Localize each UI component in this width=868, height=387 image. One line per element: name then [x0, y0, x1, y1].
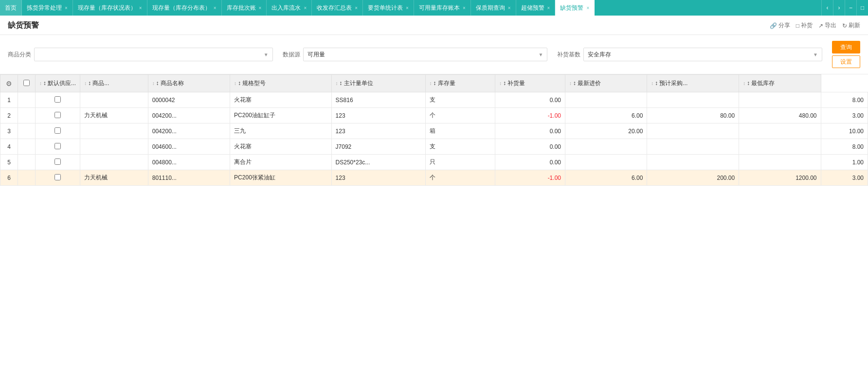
row-name: 离合片: [230, 155, 331, 170]
tab-next-btn[interactable]: ›: [833, 0, 845, 16]
col-replenish[interactable]: ↕ 补货量: [495, 75, 565, 92]
page-header: 缺货预警 🔗 分享 □ 补货 ↗ 导出 ↻ 刷新: [0, 16, 868, 35]
row-checkbox[interactable]: [54, 174, 61, 180]
col-name[interactable]: ↕ 商品名称: [148, 75, 230, 92]
row-number: 5: [0, 155, 18, 170]
row-unit: 箱: [425, 123, 495, 139]
row-spec: 123: [331, 170, 425, 186]
tab-home[interactable]: 首页: [0, 0, 22, 16]
row-checkbox[interactable]: [54, 127, 61, 134]
row-name: PC200油缸缸子: [230, 108, 331, 123]
tab-stock1-close[interactable]: ×: [139, 5, 142, 11]
filter-category-group: 商品分类 ▼: [8, 48, 273, 61]
row-latest-price: [647, 155, 739, 170]
col-est-purchase[interactable]: ↕ 预计采购...: [647, 75, 739, 92]
col-min-stock[interactable]: ↕ 最低库存: [739, 75, 821, 92]
query-button[interactable]: 查询: [832, 41, 860, 53]
tab-available-label: 可用量库存账本: [419, 4, 460, 12]
share-button[interactable]: 🔗 分享: [770, 21, 790, 30]
share-icon: 🔗: [770, 22, 777, 29]
tab-stock2-close[interactable]: ×: [214, 5, 217, 11]
tab-summary-close[interactable]: ×: [355, 5, 358, 11]
table-row: 2 力天机械 004200... PC200油缸缸子 123 个 -1.00 6…: [0, 108, 868, 123]
tab-picking[interactable]: 拣货异常处理 ×: [22, 0, 73, 16]
row-stock: -1.00: [495, 108, 565, 123]
filter-datasource-arrow: ▼: [538, 52, 543, 57]
row-latest-price: [647, 123, 739, 139]
replenish-button[interactable]: □ 补货: [796, 21, 813, 30]
row-unit: 个: [425, 170, 495, 186]
row-unit: 个: [425, 108, 495, 123]
row-est-purchase: 1200.00: [739, 170, 821, 186]
row-checkbox[interactable]: [54, 96, 61, 103]
row-gear: [18, 92, 36, 108]
tab-stock1-label: 现存量（库存状况表）: [78, 4, 136, 12]
table-row: 3 004200... 三九 123 箱 0.00 20.00 10.00: [0, 123, 868, 139]
tab-maximize-btn[interactable]: □: [856, 0, 868, 16]
row-code: 004200...: [148, 108, 230, 123]
settings-gear-icon[interactable]: ⚙: [6, 80, 12, 88]
tab-picking-label: 拣货异常处理: [27, 4, 62, 12]
row-stock: 0.00: [495, 92, 565, 108]
tab-prev-btn[interactable]: ‹: [821, 0, 833, 16]
row-supplier: [80, 123, 148, 139]
filter-area: 商品分类 ▼ 数据源 可用量 ▼ 补货基数 安全库存 ▼ 查询 设置: [0, 35, 868, 74]
filter-datasource-select[interactable]: 可用量 ▼: [303, 48, 548, 61]
tab-stock1[interactable]: 现存量（库存状况表） ×: [73, 0, 147, 16]
tab-available-close[interactable]: ×: [463, 5, 466, 11]
row-checkbox[interactable]: [54, 143, 61, 149]
col-code[interactable]: ↕ 商品...: [80, 75, 148, 92]
tab-flow[interactable]: 出入库流水 ×: [267, 0, 312, 16]
row-checkbox[interactable]: [54, 112, 61, 118]
tab-order[interactable]: 要货单统计表 ×: [363, 0, 414, 16]
row-spec: J7092: [331, 139, 425, 155]
tab-minimize-btn[interactable]: −: [845, 0, 856, 16]
row-number: 4: [0, 139, 18, 155]
data-table: ⚙ ↕ 默认供应... ↕ 商品... ↕ 商品名称 ↕ 规格型号 ↕ 主计量单…: [0, 74, 868, 186]
main-content: 缺货预警 🔗 分享 □ 补货 ↗ 导出 ↻ 刷新 商品分类: [0, 16, 868, 387]
refresh-icon: ↻: [842, 22, 847, 29]
tab-available[interactable]: 可用量库存账本 ×: [414, 0, 471, 16]
tab-batch-close[interactable]: ×: [259, 5, 262, 11]
col-supplier[interactable]: ↕ 默认供应...: [36, 75, 80, 92]
select-all-checkbox[interactable]: [23, 80, 30, 86]
row-name: 三九: [230, 123, 331, 139]
tab-batch[interactable]: 库存批次账 ×: [222, 0, 267, 16]
export-button[interactable]: ↗ 导出: [818, 21, 836, 30]
filter-category-select[interactable]: ▼: [34, 48, 273, 61]
row-replenish: 20.00: [565, 123, 647, 139]
tab-overstock-close[interactable]: ×: [547, 5, 550, 11]
tab-expiry-label: 保质期查询: [476, 4, 505, 12]
table-row: 4 004600... 火花塞 J7092 支 0.00 8.00: [0, 139, 868, 155]
row-checkbox[interactable]: [54, 158, 61, 165]
row-latest-price: 200.00: [647, 170, 739, 186]
tab-expiry-close[interactable]: ×: [508, 5, 511, 11]
col-unit[interactable]: ↕ 主计量单位: [331, 75, 425, 92]
page-title: 缺货预警: [8, 20, 39, 31]
tab-expiry[interactable]: 保质期查询 ×: [471, 0, 516, 16]
settings-button[interactable]: 设置: [832, 55, 860, 68]
refresh-button[interactable]: ↻ 刷新: [842, 21, 860, 30]
col-stock[interactable]: ↕ 库存量: [425, 75, 495, 92]
tab-overstock[interactable]: 超储预警 ×: [516, 0, 556, 16]
row-gear: [18, 139, 36, 155]
row-supplier: [80, 155, 148, 170]
filter-replenish-arrow: ▼: [813, 52, 818, 57]
tab-stock2[interactable]: 现存量（库存分布表） ×: [147, 0, 222, 16]
row-number: 3: [0, 123, 18, 139]
filter-replenish-select[interactable]: 安全库存 ▼: [583, 48, 822, 61]
row-min-stock: 8.00: [821, 92, 868, 108]
tab-order-close[interactable]: ×: [406, 5, 409, 11]
row-name: PC200张紧油缸: [230, 170, 331, 186]
row-stock: -1.00: [495, 170, 565, 186]
col-spec[interactable]: ↕ 规格型号: [230, 75, 331, 92]
tab-summary[interactable]: 收发存汇总表 ×: [312, 0, 363, 16]
row-supplier: [80, 92, 148, 108]
tab-flow-close[interactable]: ×: [304, 5, 307, 11]
row-unit: 支: [425, 139, 495, 155]
tab-overstock-label: 超储预警: [521, 4, 544, 12]
tab-shortage-close[interactable]: ×: [586, 5, 589, 11]
col-latest-price[interactable]: ↕ 最新进价: [565, 75, 647, 92]
tab-picking-close[interactable]: ×: [65, 5, 68, 11]
tab-shortage[interactable]: 缺货预警 ×: [555, 0, 595, 16]
